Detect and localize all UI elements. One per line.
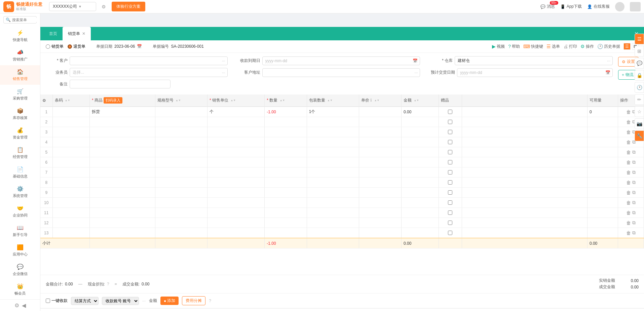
col-header-settings[interactable]: ⚙ [40, 94, 52, 107]
right-tool-message[interactable]: 💬 [635, 58, 644, 69]
right-tool-edit[interactable]: ✏ [635, 94, 644, 105]
row-pkg-qty[interactable]: 1个 [307, 107, 359, 117]
row-amount[interactable] [402, 228, 439, 238]
row-price[interactable] [359, 147, 402, 157]
sidebar-item-purchase[interactable]: 🛒 采购管理 [0, 85, 40, 104]
row-qty[interactable] [265, 208, 307, 218]
row-qty[interactable] [265, 117, 307, 127]
row-price[interactable] [359, 218, 402, 228]
row-qty[interactable] [265, 198, 307, 208]
row-spec[interactable] [155, 157, 207, 167]
one-click-payment-label[interactable]: 一键收款 [46, 298, 68, 304]
scan-button[interactable]: 扫码录入 [104, 97, 122, 104]
row-barcode[interactable] [52, 117, 89, 127]
row-spec[interactable] [155, 107, 207, 117]
row-copy-icon[interactable]: ⧉ [632, 210, 636, 216]
row-price[interactable] [359, 178, 402, 188]
sidebar-settings-icon[interactable]: ⚙ [14, 302, 19, 309]
row-barcode[interactable] [52, 198, 89, 208]
row-product[interactable] [89, 127, 155, 137]
row-barcode[interactable] [52, 107, 89, 117]
sort-icon-qty[interactable]: ▲▼ [280, 99, 285, 102]
right-tool-history[interactable]: 🕐 [635, 82, 644, 93]
row-product[interactable] [89, 198, 155, 208]
row-qty[interactable] [265, 188, 307, 198]
row-price[interactable] [359, 198, 402, 208]
sidebar-item-system[interactable]: ⚙️ 系统管理 [0, 182, 40, 202]
row-price[interactable] [359, 188, 402, 198]
row-amount[interactable] [402, 137, 439, 147]
calc-method-select[interactable]: 结算方式 [71, 297, 99, 305]
row-qty[interactable] [265, 127, 307, 137]
row-spec[interactable] [155, 208, 207, 218]
row-pkg-qty[interactable] [307, 218, 359, 228]
online-service-button[interactable]: 👤 在线客服 [587, 4, 610, 9]
right-tool-star[interactable]: ☆ [635, 106, 644, 117]
row-qty[interactable]: -1.00 [265, 107, 307, 117]
row-copy-icon[interactable]: ⧉ [632, 169, 636, 175]
warehouse-input[interactable]: 建材仓 ··· [455, 56, 613, 65]
row-unit[interactable] [207, 117, 265, 127]
sidebar-item-wechat[interactable]: 💬 企业微信 [0, 260, 40, 280]
row-delete-icon[interactable]: 🗑 [626, 109, 631, 115]
row-barcode[interactable] [52, 208, 89, 218]
help-button[interactable]: ? 帮助 [508, 44, 520, 49]
row-copy-icon[interactable]: ⧉ [632, 190, 636, 195]
row-gift[interactable] [439, 147, 462, 157]
row-qty[interactable] [265, 147, 307, 157]
row-pkg-qty[interactable] [307, 167, 359, 178]
sidebar-search-input-wrap[interactable]: 🔍 [3, 16, 37, 24]
sort-icon-price[interactable]: ▲▼ [374, 99, 380, 102]
row-amount[interactable] [402, 147, 439, 157]
row-price[interactable] [359, 228, 402, 238]
sidebar-item-basics[interactable]: 📄 基础信息 [0, 163, 40, 182]
row-spec[interactable] [155, 137, 207, 147]
row-qty[interactable] [265, 218, 307, 228]
row-barcode[interactable] [52, 167, 89, 178]
row-unit[interactable] [207, 188, 265, 198]
delivery-date-calendar-icon[interactable]: 📅 [605, 70, 610, 75]
row-gift[interactable] [439, 137, 462, 147]
right-tool-photo[interactable]: 📷 [635, 118, 644, 129]
row-copy-icon[interactable]: ⧉ [632, 159, 636, 165]
row-pkg-qty[interactable] [307, 178, 359, 188]
row-delete-icon[interactable]: 🗑 [626, 210, 631, 216]
row-product[interactable] [89, 218, 155, 228]
row-price[interactable] [359, 127, 402, 137]
row-spec[interactable] [155, 178, 207, 188]
expense-button[interactable]: 费用分摊 [182, 296, 205, 305]
salesperson-input[interactable]: 选择... ··· [70, 68, 228, 77]
row-price[interactable] [359, 208, 402, 218]
row-spec[interactable] [155, 127, 207, 137]
price-info-icon[interactable]: ℹ [370, 98, 372, 103]
row-pkg-qty[interactable] [307, 147, 359, 157]
row-qty[interactable] [265, 137, 307, 147]
row-delete-icon[interactable]: 🗑 [626, 119, 631, 125]
sidebar-item-quick[interactable]: ⚡ 快捷导航 [0, 26, 40, 46]
remark-input[interactable] [70, 80, 171, 88]
sidebar-item-corp[interactable]: 🤝 企业协同 [0, 202, 40, 221]
row-product[interactable]: 拆货 [89, 107, 155, 117]
right-tool-lock[interactable]: 🔒 [635, 70, 644, 81]
row-unit[interactable] [207, 178, 265, 188]
row-unit[interactable] [207, 198, 265, 208]
row-price[interactable] [359, 157, 402, 167]
row-copy-icon[interactable]: ⧉ [632, 220, 636, 226]
row-pkg-qty[interactable] [307, 188, 359, 198]
row-barcode[interactable] [52, 188, 89, 198]
row-unit[interactable]: 个 [207, 107, 265, 117]
row-amount[interactable] [402, 188, 439, 198]
salesperson-dots-icon[interactable]: ··· [222, 70, 225, 75]
row-spec[interactable] [155, 188, 207, 198]
sort-icon-unit[interactable]: ▲▼ [230, 99, 236, 102]
row-product[interactable] [89, 117, 155, 127]
row-pkg-qty[interactable] [307, 137, 359, 147]
right-tool-grid[interactable]: ☰ [635, 34, 644, 44]
row-unit[interactable] [207, 147, 265, 157]
date-calendar-icon[interactable]: 📅 [137, 44, 142, 49]
row-unit[interactable] [207, 208, 265, 218]
right-tool-list[interactable]: ⊞ [635, 46, 644, 56]
sort-icon-pkg[interactable]: ▲▼ [327, 99, 333, 102]
row-delete-icon[interactable]: 🗑 [626, 160, 631, 165]
row-gift[interactable] [439, 228, 462, 238]
